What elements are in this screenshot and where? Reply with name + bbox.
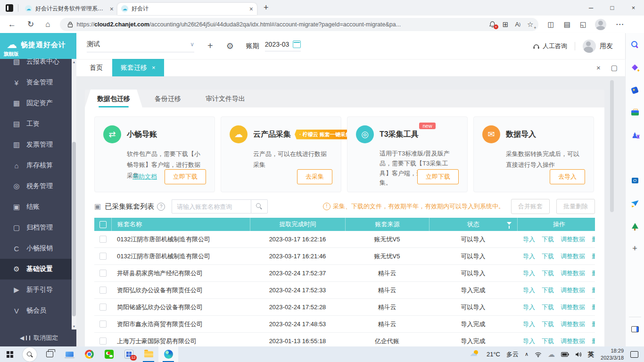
favorite-star-icon[interactable]: ☆ [527,20,533,29]
tab-data-package-migrate[interactable]: 数据包迁移 [85,90,142,107]
action-download-link[interactable]: 下载 [542,320,554,329]
games-icon[interactable]: ♟ [630,130,640,140]
tab-backup-migrate[interactable]: 备份迁移 [142,90,193,107]
hidden-icons-chevron[interactable]: ∧ [525,351,528,357]
volume-icon[interactable] [575,352,582,357]
open-sidebar-icon[interactable] [630,324,640,334]
sidebar-item-结账[interactable]: ▣结账 [0,197,72,217]
sidebar-item-发票管理[interactable]: ▥发票管理 [0,134,72,155]
action-adjust-data-link[interactable]: 调整数据 [561,286,585,295]
scroll-up-icon[interactable]: ▲ [72,60,76,64]
start-icon[interactable] [0,346,20,362]
sidebar-item-基础设置[interactable]: ⚙基础设置 [0,259,72,280]
sidebar-item-归档管理[interactable]: ▢归档管理 [0,217,72,238]
sidebar-item-库存核算[interactable]: ⌂库存核算 [0,155,72,176]
action-delete-link[interactable]: 删除 [592,286,595,295]
action-import-link[interactable]: 导入 [523,303,535,312]
action-delete-link[interactable]: 删除 [592,252,595,261]
download-now-button[interactable]: 立即下载 [165,169,206,184]
period-selector[interactable]: 2023-03 [265,41,301,51]
action-import-link[interactable]: 导入 [523,235,535,244]
action-adjust-data-link[interactable]: 调整数据 [561,303,585,312]
action-adjust-data-link[interactable]: 调整数据 [561,320,585,329]
back-icon[interactable]: ← [8,20,16,29]
tab-actions-icon[interactable] [6,4,13,12]
action-import-link[interactable]: 导入 [523,269,535,278]
account-search-input[interactable] [172,199,251,214]
tree-icon[interactable] [630,221,640,231]
add-account-icon[interactable]: + [207,41,213,51]
sidebar-item-工资[interactable]: ▤工资 [0,114,72,134]
row-checkbox[interactable] [99,253,107,260]
action-delete-link[interactable]: 删除 [592,235,595,244]
app-grid-icon[interactable]: 12 [119,346,139,362]
action-delete-link[interactable]: 删除 [592,320,595,329]
drop-icon[interactable] [630,198,640,208]
action-import-link[interactable]: 导入 [523,337,535,346]
go-import-button[interactable]: 去导入 [550,169,585,184]
browser-profile-avatar[interactable] [595,19,606,30]
refresh-icon[interactable]: ↻ [27,19,34,29]
action-delete-link[interactable]: 删除 [592,337,595,346]
row-checkbox[interactable] [99,321,107,328]
weather-temp[interactable]: 21°C [487,351,500,358]
sidebar-item-云报表中心[interactable]: ▧云报表中心 [0,51,72,72]
action-import-link[interactable]: 导入 [523,320,535,329]
toolbox-icon[interactable] [630,107,640,118]
action-import-link[interactable]: 导入 [523,252,535,261]
edge-icon[interactable] [158,346,178,362]
row-checkbox[interactable] [99,270,107,277]
download-now-button[interactable]: 立即下载 [417,169,459,184]
scroll-down-icon[interactable]: ▼ [72,325,76,328]
batch-delete-button[interactable]: 批量删除 [556,199,595,214]
action-download-link[interactable]: 下载 [542,286,554,295]
content-scrollbar-thumb[interactable] [610,80,614,212]
microsoft365-icon[interactable] [630,153,640,163]
new-tab-button[interactable]: + [264,3,269,13]
action-download-link[interactable]: 下载 [542,303,554,312]
row-checkbox[interactable] [99,304,107,311]
address-bar[interactable]: https://cloud2.chanjet.com/accounting/uh… [60,18,538,31]
help-doc-link[interactable]: 帮助文档 [132,173,157,181]
action-adjust-data-link[interactable]: 调整数据 [561,337,585,346]
copilot-icon[interactable] [630,62,640,73]
input-language[interactable]: 英 [588,350,594,359]
action-adjust-data-link[interactable]: 调整数据 [561,252,585,261]
sidebar-item-畅会员[interactable]: V畅会员 [0,300,72,321]
notifications-icon[interactable]: × [489,21,496,28]
action-adjust-data-link[interactable]: 调整数据 [561,235,585,244]
row-checkbox[interactable] [99,337,107,345]
file-explorer-icon[interactable] [139,346,158,362]
search-button[interactable] [251,199,268,214]
user-name[interactable]: 用友 [600,42,613,50]
split-screen-icon[interactable]: ◫ [548,20,554,29]
gear-icon[interactable]: ⚙ [226,41,234,51]
close-window-button[interactable]: × [623,0,644,16]
outlook-icon[interactable]: O [630,175,640,186]
help-question-icon[interactable]: ? [157,203,165,211]
taskbar-clock[interactable]: 18:29 2023/3/18 [601,347,624,362]
support-button[interactable]: 人工咨询 [533,42,567,50]
browser-tab[interactable]: ☁ 好会计云财务软件管理系统_会计 × [21,3,117,15]
action-download-link[interactable]: 下载 [542,337,554,346]
maximize-button[interactable]: □ [602,0,623,16]
sidebar-item-税务管理[interactable]: ◎税务管理 [0,176,72,197]
go-collect-button[interactable]: 去采集 [297,169,332,184]
account-selector[interactable]: 测试 ∨ [87,40,194,52]
close-tab-icon[interactable]: × [249,5,253,13]
select-all-checkbox[interactable] [99,221,107,228]
add-icon[interactable]: + [630,243,640,254]
browser-tab-active[interactable]: ☁ 好会计 × [117,3,257,15]
sidebar-item-小畅报销[interactable]: C小畅报销 [0,238,72,259]
fullscreen-icon[interactable]: ▢ [611,64,618,72]
action-import-link[interactable]: 导入 [523,286,535,295]
user-avatar[interactable] [583,40,596,53]
action-download-link[interactable]: 下载 [542,235,554,244]
sidebar-scrollbar[interactable]: ▲ ▼ [72,59,76,329]
task-view-icon[interactable] [40,346,59,362]
tab-home[interactable]: 首页 [80,59,112,76]
merge-accounts-button[interactable]: 合并账套 [511,199,550,214]
shopping-icon[interactable] [630,85,640,95]
wechat-icon[interactable] [99,346,119,362]
tab-audit-export[interactable]: 审计文件导出 [193,90,257,107]
